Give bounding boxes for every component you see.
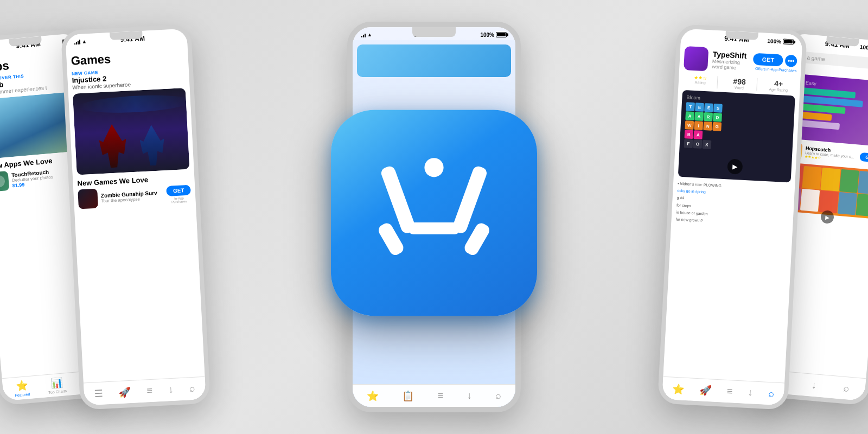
signal-placeholder-4 [690,36,706,37]
rating-stars-box: ★★☆ Rating [682,74,718,88]
play-overlay[interactable]: ▶ [727,158,743,174]
tab-icon-4d: ↓ [748,387,753,398]
time-3: 9:41 AM [414,31,439,39]
appstore-icon-overlay [331,110,537,316]
wc-r: R [704,112,713,122]
tab-featured-2[interactable]: ☰ [94,387,103,400]
wifi-icon-2: ▲ [82,39,87,44]
tab-top-charts[interactable]: 📊 Top Charts [47,376,67,394]
tab-search-icon-4: ⌕ [768,388,774,400]
tile-4 [839,169,859,193]
tab-search-2[interactable]: ⌕ [189,383,195,395]
tile-3 [821,168,841,191]
wc-n: N [703,122,712,131]
svg-point-5 [424,158,443,177]
games-title: Games [71,48,184,68]
wc-o: O [693,139,703,149]
phone-left: ▲ 9:41 AM Games NEW GAME Injustice 2 Whe… [61,24,210,410]
status-bar-3: ▲ 9:41 AM 100% [353,27,515,40]
tile-7 [800,188,820,212]
typeshift-subtitle: Mesmerizing word game [712,59,749,71]
zombie-icon [78,189,98,209]
tab-4d[interactable]: ↓ [748,387,753,398]
batman-figure [98,124,127,169]
time-4: 9:41 AM [724,35,749,43]
tab-icon-5b: ↓ [811,380,817,392]
tab-3d[interactable]: ↓ [467,390,472,401]
wc-s: S [713,104,723,113]
tab-icon-4b: 🚀 [699,384,712,397]
phone-right-screen: 9:41 AM 100% TypeShift Mesmerizing word … [662,29,802,406]
tab-5c[interactable]: ⌕ [843,382,850,394]
tab-3e-icon: ⌕ [495,390,501,401]
battery-container-4: 100% [767,37,794,45]
tab-active-3[interactable]: 📋 [402,390,414,402]
wc-t: T [686,102,695,111]
tab-search-4[interactable]: ⌕ [768,388,774,400]
battery-fill-3 [497,33,506,36]
tab-top-charts-label: Top Charts [48,389,67,394]
word-game-preview: Bloom T E E S A A R D W I [678,90,795,183]
battery-container-5: 100% [860,44,868,52]
tile-5 [858,171,868,194]
wc-a2: A [694,112,704,121]
tab-explore-2[interactable]: ≡ [146,385,153,397]
tab-icon-5c: ⌕ [843,382,850,394]
wc-i: I [694,121,703,130]
tab-3e[interactable]: ⌕ [495,390,501,401]
tab-search-icon-2: ⌕ [189,383,195,395]
tab-featured[interactable]: ⭐ Featured [14,379,30,397]
tab-featured-3[interactable]: ⭐ [367,390,379,402]
typeshift-app-icon [684,46,709,71]
zombie-info: Zombie Gunship Surv Tour the apocalypse [101,189,164,203]
phone-right: 9:41 AM 100% TypeShift Mesmerizing word … [658,24,807,410]
tab-4b[interactable]: 🚀 [699,384,712,397]
tab-bar-2: ☰ 🚀 ≡ ↓ ⌕ [84,376,206,406]
injustice-hero-image [73,88,190,175]
tab-featured-4[interactable]: ⭐ [672,382,685,395]
battery-bar-4 [783,39,794,44]
tile-9 [837,192,857,215]
tab-icon-4a: ⭐ [672,382,685,395]
tile-10 [856,193,868,216]
zombie-get-container: GET In-AppPurchases [167,184,192,203]
wc-e: E [695,103,704,112]
battery-pct-3: 100% [480,32,494,38]
tab-bar-4: ⭐ 🚀 ≡ ↓ ⌕ [662,376,784,406]
typeshift-more-button[interactable]: ••• [785,55,797,67]
touchretouch-icon-inner [0,175,5,188]
batman-scene [73,88,190,175]
tab-5b[interactable]: ↓ [811,380,817,392]
tab-3c[interactable]: ≡ [438,390,444,401]
time-2: 9:41 AM [120,35,145,43]
typeshift-offers-label: Offers in-App Purchases [755,67,796,73]
wc-x: X [703,140,712,149]
battery-pct-4: 100% [767,37,781,44]
tile-2 [802,166,822,189]
zombie-get-button[interactable]: GET [167,184,191,196]
typeshift-get-button[interactable]: GET [753,53,783,67]
wifi-icon-3: ▲ [367,32,372,37]
tab-explore-icon-2: ≡ [146,385,153,397]
tab-3c-icon: ≡ [438,390,444,401]
battery-bar-3 [496,32,507,37]
wc-b: B [684,130,693,139]
svg-rect-2 [408,222,461,234]
tab-featured-icon-2: ☰ [94,387,103,400]
typeshift-scroll-list: • hildren's role: PLOWING ocks go in spr… [675,180,790,229]
tile-8 [819,190,839,213]
hopscotch-get-button[interactable]: GET [860,152,868,163]
tab-download-icon-2: ↓ [168,384,174,395]
tab-featured-label: Featured [15,392,30,397]
tab-download-2[interactable]: ↓ [168,384,174,395]
tab-games-2[interactable]: 🚀 [119,386,131,398]
wc-f: F [684,139,693,148]
appstore-svg [374,153,494,272]
games-screen: Games NEW GAME Injustice 2 When iconic s… [66,42,196,216]
signal-icon-2 [74,39,81,45]
tab-featured-icon-3: ⭐ [367,390,379,402]
center-banner [357,44,511,77]
typeshift-buttons: GET ••• [753,53,797,67]
tab-4c[interactable]: ≡ [726,386,733,398]
time-1: 9:41 AM [16,40,41,50]
